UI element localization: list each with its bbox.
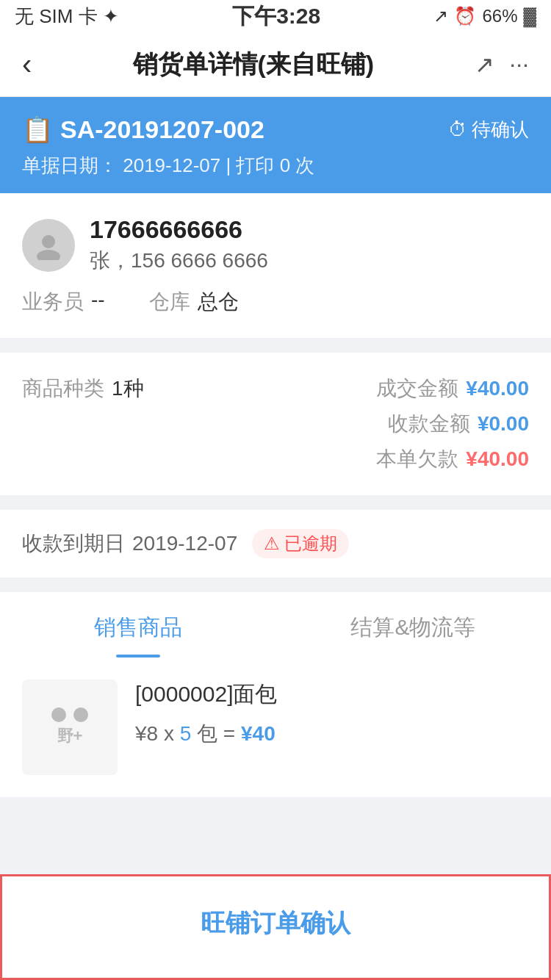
confirm-button-wrap: 旺铺订单确认 — [0, 874, 551, 980]
owl-eyes — [51, 707, 88, 722]
battery-icon: ▓ — [524, 6, 537, 26]
unit: 包 — [197, 722, 217, 745]
alarm-icon: ⏰ — [454, 6, 476, 26]
total-price: ¥40 — [241, 722, 276, 745]
more-icon[interactable]: ··· — [509, 51, 529, 78]
amount-row: 成交金额 ¥40.00 — [376, 375, 529, 403]
received-label: 收款金额 — [388, 410, 470, 438]
product-info: [0000002]面包 ¥8 x 5 包 = ¥40 — [135, 680, 529, 748]
nav-left: ‹ — [22, 48, 32, 81]
avatar — [22, 219, 75, 272]
svg-point-0 — [42, 235, 55, 248]
warehouse-item: 仓库 总仓 — [149, 288, 239, 316]
clock-icon: ⏱ — [448, 118, 467, 141]
owed-label: 本单欠款 — [376, 445, 458, 473]
customer-top: 17666666666 张，156 6666 6666 — [22, 215, 529, 275]
due-date-label: 收款到期日 — [22, 530, 125, 558]
order-id: 📋 SA-20191207-002 — [22, 115, 264, 144]
product-logo: 野+ — [51, 707, 88, 747]
status-right: ↗ ⏰ 66% ▓ — [433, 6, 536, 26]
owl-eye-left — [51, 707, 66, 722]
salesperson-item: 业务员 -- — [22, 288, 105, 316]
svg-point-1 — [37, 250, 60, 260]
amount-value: ¥40.00 — [466, 377, 529, 400]
battery-status: 66% — [482, 6, 517, 26]
order-id-row: 📋 SA-20191207-002 ⏱ 待确认 — [22, 115, 529, 144]
status-left: 无 SIM 卡 ✦ — [15, 4, 119, 29]
product-image: 野+ — [22, 680, 118, 775]
tabs: 销售商品 结算&物流等 — [0, 592, 551, 657]
received-row: 收款金额 ¥0.00 — [388, 410, 529, 438]
multiply-icon: x — [164, 722, 174, 745]
due-date-value: 2019-12-07 — [132, 532, 237, 555]
salesperson-value: -- — [91, 288, 105, 316]
owl-text: 野+ — [57, 725, 83, 747]
confirm-order-button[interactable]: 旺铺订单确认 — [24, 891, 527, 956]
summary-section: 商品种类 1种 成交金额 ¥40.00 收款金额 ¥0.00 本单欠款 ¥40.… — [0, 353, 551, 495]
back-button[interactable]: ‹ — [22, 48, 32, 81]
overdue-icon: ⚠ — [264, 533, 280, 554]
product-type-label: 商品种类 — [22, 375, 104, 403]
tab-settlement-logistics[interactable]: 结算&物流等 — [276, 592, 551, 657]
summary-row: 商品种类 1种 成交金额 ¥40.00 收款金额 ¥0.00 本单欠款 ¥40.… — [22, 375, 529, 473]
received-value: ¥0.00 — [478, 412, 529, 436]
status-bar: 无 SIM 卡 ✦ 下午3:28 ↗ ⏰ 66% ▓ — [0, 0, 551, 32]
product-price: ¥8 x 5 包 = ¥40 — [135, 720, 529, 748]
due-date-section: 收款到期日 2019-12-07 ⚠ 已逾期 — [0, 510, 551, 577]
product-section: 野+ [0000002]面包 ¥8 x 5 包 = ¥40 — [0, 657, 551, 797]
salesperson-label: 业务员 — [22, 288, 84, 316]
order-icon: 📋 — [22, 115, 53, 144]
product-name: [0000002]面包 — [135, 680, 529, 710]
owed-row: 本单欠款 ¥40.00 — [376, 445, 529, 473]
quantity: 5 — [180, 722, 192, 745]
customer-section: 17666666666 张，156 6666 6666 业务员 -- 仓库 总仓 — [0, 193, 551, 338]
sim-status: 无 SIM 卡 ✦ — [15, 4, 119, 29]
overdue-badge: ⚠ 已逾期 — [252, 529, 349, 558]
owed-value: ¥40.00 — [466, 447, 529, 471]
tab-sales-products[interactable]: 销售商品 — [0, 592, 276, 657]
share-icon[interactable]: ↗ — [475, 51, 494, 79]
nav-bar: ‹ 销货单详情(来自旺铺) ↗ ··· — [0, 32, 551, 97]
customer-sub: 张，156 6666 6666 — [90, 247, 268, 275]
location-icon: ↗ — [433, 6, 448, 26]
warehouse-label: 仓库 — [149, 288, 190, 316]
warehouse-value: 总仓 — [198, 288, 239, 316]
customer-meta: 业务员 -- 仓库 总仓 — [22, 288, 529, 316]
order-status: ⏱ 待确认 — [448, 117, 529, 143]
owl-eye-right — [73, 707, 88, 722]
customer-info: 17666666666 张，156 6666 6666 — [90, 215, 268, 275]
order-date: 单据日期： 2019-12-07 | 打印 0 次 — [22, 153, 529, 179]
amounts-group: 成交金额 ¥40.00 收款金额 ¥0.00 本单欠款 ¥40.00 — [376, 375, 529, 473]
customer-phone: 17666666666 — [90, 215, 268, 244]
product-type-group: 商品种类 1种 — [22, 375, 144, 403]
nav-right: ↗ ··· — [475, 51, 529, 79]
order-header: 📋 SA-20191207-002 ⏱ 待确认 单据日期： 2019-12-07… — [0, 97, 551, 193]
page-title: 销货单详情(来自旺铺) — [133, 48, 375, 82]
price-per-unit: ¥8 — [135, 722, 158, 745]
product-type-value: 1种 — [112, 375, 144, 403]
amount-label: 成交金额 — [376, 375, 458, 403]
overdue-text: 已逾期 — [284, 532, 337, 555]
status-time: 下午3:28 — [232, 1, 320, 32]
equals-icon: = — [223, 722, 235, 745]
